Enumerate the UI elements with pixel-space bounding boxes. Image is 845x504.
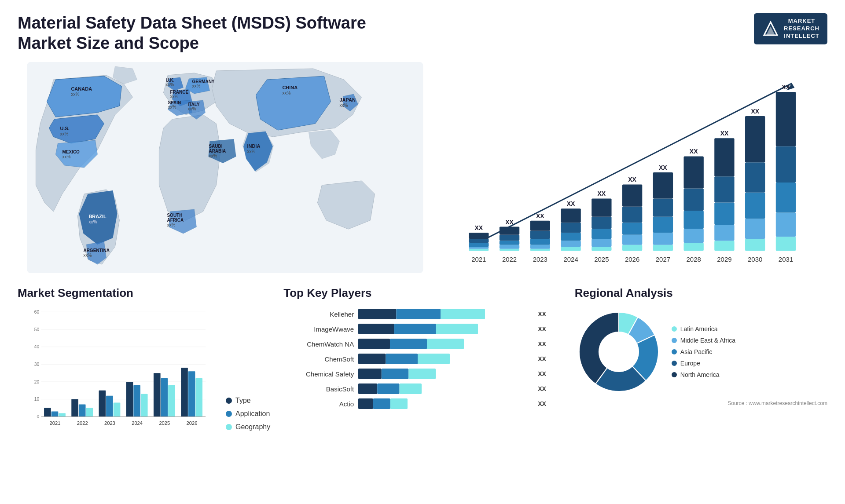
svg-rect-137: [99, 391, 106, 417]
svg-rect-83: [653, 199, 673, 217]
svg-text:2024: 2024: [563, 256, 578, 263]
player-name: Actio: [283, 400, 354, 408]
svg-text:2022: 2022: [502, 256, 517, 263]
svg-rect-42: [469, 233, 489, 239]
svg-rect-155: [397, 309, 441, 319]
svg-rect-69: [592, 217, 611, 229]
legend-application-dot: [226, 411, 232, 417]
svg-text:CHINA: CHINA: [282, 85, 298, 90]
svg-rect-76: [622, 207, 642, 223]
svg-text:xx%: xx%: [167, 223, 175, 227]
svg-rect-70: [592, 199, 611, 217]
svg-text:XX: XX: [720, 130, 728, 137]
svg-text:BRAZIL: BRAZIL: [88, 214, 107, 219]
region-dot: [672, 326, 677, 332]
svg-rect-101: [745, 239, 765, 251]
player-name: Kelleher: [283, 310, 354, 318]
region-legend-item: North America: [672, 371, 735, 378]
svg-text:XX: XX: [597, 190, 606, 197]
svg-rect-134: [79, 405, 86, 417]
svg-rect-84: [653, 172, 673, 198]
svg-rect-149: [181, 368, 188, 416]
svg-rect-48: [500, 235, 519, 241]
region-label: Europe: [680, 360, 700, 367]
svg-rect-75: [622, 223, 642, 235]
svg-rect-156: [441, 309, 485, 319]
pie-svg: [575, 308, 663, 396]
svg-text:XX: XX: [659, 164, 667, 171]
svg-text:XX: XX: [628, 176, 636, 183]
players-section: Top Key Players KelleherXXImageWwaveXXCh…: [283, 286, 562, 410]
svg-rect-162: [427, 339, 464, 349]
svg-rect-102: [745, 219, 765, 239]
svg-rect-54: [530, 239, 550, 245]
svg-rect-170: [377, 383, 399, 394]
legend-application: Application: [226, 410, 270, 418]
svg-rect-167: [382, 369, 409, 379]
region-legend-item: Asia Pacific: [672, 348, 735, 355]
svg-text:ARABIA: ARABIA: [209, 149, 226, 153]
player-bar-svg: [358, 383, 534, 395]
svg-rect-138: [106, 396, 113, 417]
player-row: Chemical SafetyXX: [283, 368, 562, 380]
region-dot: [672, 361, 677, 366]
svg-rect-164: [386, 354, 418, 364]
svg-rect-41: [469, 239, 489, 243]
svg-rect-130: [51, 412, 59, 417]
region-label: Latin America: [680, 325, 718, 332]
svg-text:20: 20: [34, 380, 40, 384]
svg-text:xx%: xx%: [60, 131, 68, 136]
svg-rect-60: [561, 241, 580, 247]
player-bar-wrap: XX: [358, 323, 562, 335]
svg-rect-160: [358, 339, 390, 349]
map-section: CANADA xx% U.S. xx% MEXICO xx% BRAZIL xx…: [18, 62, 433, 273]
svg-text:ARGENTINA: ARGENTINA: [83, 248, 109, 253]
svg-rect-143: [141, 394, 148, 417]
svg-rect-141: [126, 382, 133, 416]
svg-rect-98: [714, 138, 734, 176]
svg-rect-158: [394, 324, 436, 334]
svg-text:XX: XX: [751, 108, 759, 115]
svg-text:40: 40: [34, 345, 40, 350]
svg-text:XX: XX: [474, 224, 483, 231]
source-text: Source : www.marketresearchintellect.com: [575, 400, 827, 406]
svg-rect-165: [418, 354, 450, 364]
player-bar-svg: [358, 323, 534, 335]
player-bar-svg: [358, 398, 534, 410]
svg-rect-139: [114, 403, 121, 417]
svg-rect-103: [745, 193, 765, 219]
region-label: Asia Pacific: [680, 348, 712, 355]
player-row: ChemSoftXX: [283, 353, 562, 365]
map-container: CANADA xx% U.S. xx% MEXICO xx% BRAZIL xx…: [18, 62, 433, 273]
svg-rect-59: [561, 247, 580, 251]
player-name: BasicSoft: [283, 385, 354, 393]
logo-icon: [762, 20, 779, 37]
svg-rect-172: [358, 398, 373, 409]
svg-text:2022: 2022: [77, 420, 88, 426]
player-row: ChemWatch NAXX: [283, 338, 562, 350]
player-bar-wrap: XX: [358, 368, 562, 380]
svg-text:2031: 2031: [779, 256, 793, 263]
legend-type: Type: [226, 397, 270, 405]
page-wrapper: Material Safety Data Sheet (MSDS) Softwa…: [0, 0, 845, 504]
svg-rect-91: [683, 157, 703, 189]
svg-rect-88: [683, 229, 703, 243]
world-map-svg: CANADA xx% U.S. xx% MEXICO xx% BRAZIL xx…: [18, 62, 433, 273]
bar-chart-svg: XX2021XX2022XX2023XX2024XX2025XX2026XX20…: [450, 62, 827, 273]
svg-text:10: 10: [34, 397, 40, 402]
svg-text:xx%: xx%: [282, 91, 290, 95]
svg-text:xx%: xx%: [62, 154, 70, 159]
pie-container: [575, 308, 663, 396]
region-legend-item: Middle East & Africa: [672, 337, 735, 344]
player-xx: XX: [538, 340, 546, 347]
svg-rect-151: [195, 378, 202, 416]
svg-rect-77: [622, 185, 642, 207]
player-bar-wrap: XX: [358, 353, 562, 365]
player-xx: XX: [538, 355, 546, 362]
svg-rect-145: [154, 373, 161, 416]
svg-rect-87: [683, 243, 703, 251]
svg-text:xx%: xx%: [247, 149, 255, 154]
svg-text:2025: 2025: [159, 420, 170, 426]
svg-rect-74: [622, 235, 642, 245]
svg-rect-63: [561, 209, 580, 223]
